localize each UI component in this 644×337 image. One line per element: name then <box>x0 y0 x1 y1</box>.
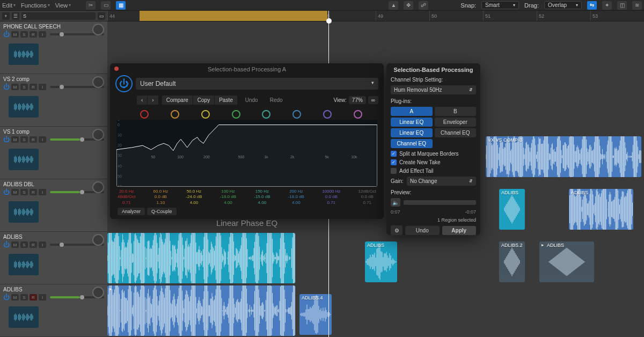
plugin-slot[interactable]: Enveloper <box>435 118 477 127</box>
preview-volume-slider[interactable] <box>404 200 476 205</box>
paste-button[interactable]: Paste <box>215 96 238 105</box>
solo-button[interactable]: S <box>20 136 28 143</box>
eq-graph[interactable]: 501002005001k2k5k10k20k 50102030405060 <box>116 120 377 187</box>
eq-band-2[interactable] <box>171 110 179 119</box>
track-header[interactable]: ADLIBS DBL ⏻ M S R I .track:nth-child(4)… <box>0 179 107 232</box>
menu-view[interactable]: View▾ <box>55 2 71 9</box>
plugin-slot[interactable]: Linear EQ <box>391 128 433 137</box>
power-icon[interactable]: ⏻ <box>3 83 10 91</box>
plugin-window[interactable]: Selection-based Processing A ⏻ User Defa… <box>110 63 384 219</box>
analyzer-tab[interactable]: Analyzer <box>118 208 145 215</box>
tool-zoom-icon[interactable]: ☍ <box>419 1 428 10</box>
snap-select[interactable]: Smart▾ <box>481 1 519 9</box>
record-button[interactable]: R <box>30 189 37 195</box>
css-select[interactable]: Hum Removal 50Hz⇵ <box>391 85 476 94</box>
track-header[interactable]: VS 1 comp ⏻ M S R I .track:nth-child(3) … <box>0 127 107 179</box>
mute-button[interactable]: M <box>11 31 19 38</box>
tail-checkbox[interactable]: Add Effect Tail <box>391 168 476 174</box>
tool-scissors-icon[interactable]: ✂ <box>86 1 96 10</box>
plugin-slot[interactable]: Linear EQ <box>391 118 433 127</box>
audio-region[interactable]: ADLIBS <box>499 189 525 230</box>
solo-button[interactable]: S <box>20 241 28 248</box>
tool-marquee-icon[interactable]: ▦ <box>116 1 126 10</box>
power-icon[interactable]: ⏻ <box>3 188 10 196</box>
solo-button[interactable]: S <box>20 189 28 195</box>
redo-button[interactable]: Redo <box>266 96 287 105</box>
add-track-icon[interactable]: + <box>2 12 10 20</box>
plugin-slot[interactable]: Channel EQ <box>435 128 477 137</box>
record-button[interactable]: R <box>30 31 37 38</box>
pan-knob[interactable] <box>92 24 104 35</box>
eq-band-5[interactable] <box>262 110 270 119</box>
mute-button[interactable]: M <box>11 189 19 195</box>
filter-icon[interactable]: ☰ <box>12 12 19 20</box>
solo-button[interactable]: S <box>20 84 28 90</box>
view-zoom[interactable]: 77% <box>349 96 366 104</box>
eq-band-3[interactable] <box>201 110 210 119</box>
band-param[interactable]: 60.0 Hz0.0 dB1.10 <box>153 189 169 206</box>
tool-crosshair-icon[interactable]: ✦ <box>602 1 612 10</box>
input-button[interactable]: I <box>39 241 46 248</box>
plugin-slot[interactable]: Channel EQ <box>391 139 433 148</box>
solo-button[interactable]: S <box>20 294 28 301</box>
band-param[interactable]: 50.0 Hz-24.0 dB4.00 <box>186 189 202 206</box>
gear-icon[interactable]: ⚙ <box>391 225 402 235</box>
eq-band-7[interactable] <box>323 110 332 119</box>
preset-select[interactable]: User Default▾ <box>136 78 378 90</box>
pan-knob[interactable] <box>92 76 104 88</box>
audio-region[interactable]: ▸ <box>107 285 295 336</box>
apply-button[interactable]: Apply <box>442 226 477 235</box>
pan-knob[interactable] <box>92 181 104 193</box>
audio-region[interactable]: ▸ADLIBS <box>539 241 594 282</box>
input-button[interactable]: I <box>39 294 46 301</box>
newtake-checkbox[interactable]: ✓Create New Take <box>391 159 476 165</box>
mute-button[interactable]: M <box>11 241 19 248</box>
track-header[interactable]: ADLIBS ⏻ M S R I <box>0 232 107 284</box>
marquee-selection[interactable] <box>140 11 327 21</box>
undo-button[interactable]: Undo <box>241 96 262 105</box>
track-header[interactable]: ADLIBS ⏻ M S R I .track:nth-child(6) .fa… <box>0 284 107 337</box>
drag-select[interactable]: Overlap▾ <box>544 1 582 9</box>
band-param[interactable]: 10000 Hz0.0 dB0.71 <box>322 189 340 206</box>
input-button[interactable]: I <box>39 189 46 195</box>
link-icon[interactable]: ∞ <box>368 96 378 104</box>
band-param[interactable]: 150 Hz-15.0 dB4.00 <box>254 189 270 206</box>
tool-automation-icon[interactable]: ◫ <box>617 1 627 10</box>
eq-band-1[interactable] <box>140 110 149 119</box>
tool-flex-icon[interactable]: ≋ <box>632 1 642 10</box>
q-couple-tab[interactable]: Q-Couple <box>147 208 177 215</box>
audio-region[interactable]: ADLIBS.4 <box>299 294 332 335</box>
menu-functions[interactable]: Functions▾ <box>21 2 50 9</box>
track-header[interactable]: PHONE CALL SPEECH ⏻ M S R I <box>0 21 107 74</box>
nav-prev-button[interactable]: ‹ <box>137 96 148 105</box>
tool-pointer-icon[interactable]: ▲ <box>389 1 398 10</box>
audio-region[interactable]: VX VS COMP-3 <box>486 136 641 177</box>
band-param[interactable]: 20.0 Hz48dB/Oct0.71 <box>118 189 135 206</box>
speaker-icon[interactable]: 🔈 <box>391 198 400 207</box>
eq-band-8[interactable] <box>354 110 362 119</box>
compare-button[interactable]: Compare <box>162 96 193 105</box>
tool-pencil-icon[interactable]: ▭ <box>101 1 111 10</box>
gain-select[interactable]: No Change⇵ <box>407 177 476 186</box>
input-button[interactable]: I <box>39 84 46 90</box>
column-a[interactable]: A <box>391 107 433 116</box>
solo-indicator[interactable]: S <box>21 12 96 20</box>
column-b[interactable]: B <box>435 107 477 116</box>
audio-region[interactable]: ADLIBS <box>569 189 633 230</box>
pan-knob[interactable] <box>92 234 104 246</box>
band-param[interactable]: 200 Hz-18.0 dB4.00 <box>288 189 304 206</box>
power-icon[interactable]: ⏻ <box>3 241 10 248</box>
power-icon[interactable]: ⏻ <box>3 31 10 38</box>
close-icon[interactable] <box>114 67 119 71</box>
tool-link-icon[interactable]: ⇆ <box>587 1 597 10</box>
band-param[interactable]: 12dB/Oct0.0 dB0.71 <box>358 189 376 206</box>
header-config-icon[interactable]: ▭ <box>98 12 105 20</box>
input-button[interactable]: I <box>39 136 46 143</box>
copy-button[interactable]: Copy <box>193 96 215 105</box>
mute-button[interactable]: M <box>11 84 19 90</box>
processing-panel[interactable]: Selection-Based Processing Channel Strip… <box>386 63 480 235</box>
power-icon[interactable]: ⏻ <box>3 136 10 143</box>
nav-next-button[interactable]: › <box>148 96 158 105</box>
track-header[interactable]: VS 2 comp ⏻ M S R I <box>0 74 107 127</box>
record-button[interactable]: R <box>30 136 37 143</box>
